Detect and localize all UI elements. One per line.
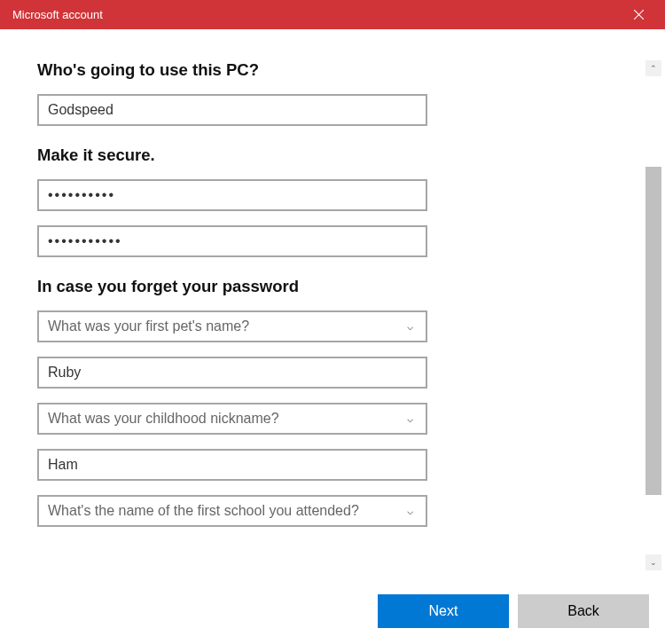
security-question-2-select[interactable]: What was your childhood nickname? ⌵ — [37, 403, 427, 435]
caret-up-icon: ⌃ — [650, 64, 657, 73]
close-icon — [634, 10, 644, 20]
scroll-down-button[interactable]: ⌄ — [645, 554, 661, 570]
content-wrapper: Who's going to use this PC? Godspeed Mak… — [0, 29, 665, 572]
security-question-1-value: What was your first pet's name? — [48, 318, 249, 334]
password-input[interactable]: •••••••••• — [37, 179, 427, 211]
heading-password: Make it secure. — [37, 145, 619, 165]
form-content: Who's going to use this PC? Godspeed Mak… — [0, 60, 645, 572]
security-question-3-select[interactable]: What's the name of the first school you … — [37, 495, 427, 527]
security-answer-1-value: Ruby — [48, 365, 81, 381]
chevron-down-icon: ⌵ — [407, 505, 413, 517]
security-question-2-value: What was your childhood nickname? — [48, 411, 279, 427]
caret-down-icon: ⌄ — [650, 558, 657, 567]
close-button[interactable] — [621, 0, 656, 29]
scroll-thumb[interactable] — [645, 167, 661, 495]
title-bar: Microsoft account — [0, 0, 665, 29]
heading-security-questions: In case you forget your password — [37, 277, 619, 296]
security-answer-1-input[interactable]: Ruby — [37, 357, 427, 389]
button-row: Next Back — [378, 594, 649, 628]
confirm-password-input[interactable]: ••••••••••• — [37, 225, 427, 257]
heading-username: Who's going to use this PC? — [37, 60, 619, 80]
back-button[interactable]: Back — [518, 594, 649, 628]
confirm-password-value: ••••••••••• — [48, 233, 122, 249]
password-value: •••••••••• — [48, 187, 115, 203]
scroll-up-button[interactable]: ⌃ — [645, 60, 661, 76]
chevron-down-icon: ⌵ — [407, 412, 413, 425]
chevron-down-icon: ⌵ — [407, 320, 413, 333]
username-value: Godspeed — [48, 102, 113, 118]
security-answer-2-value: Ham — [48, 457, 78, 473]
security-question-1-select[interactable]: What was your first pet's name? ⌵ — [37, 310, 427, 342]
scrollbar[interactable]: ⌃ ⌄ — [645, 60, 661, 570]
username-input[interactable]: Godspeed — [37, 94, 427, 126]
security-question-3-value: What's the name of the first school you … — [48, 503, 359, 519]
security-answer-2-input[interactable]: Ham — [37, 449, 427, 481]
next-button[interactable]: Next — [378, 594, 509, 628]
title-bar-text: Microsoft account — [12, 8, 103, 21]
